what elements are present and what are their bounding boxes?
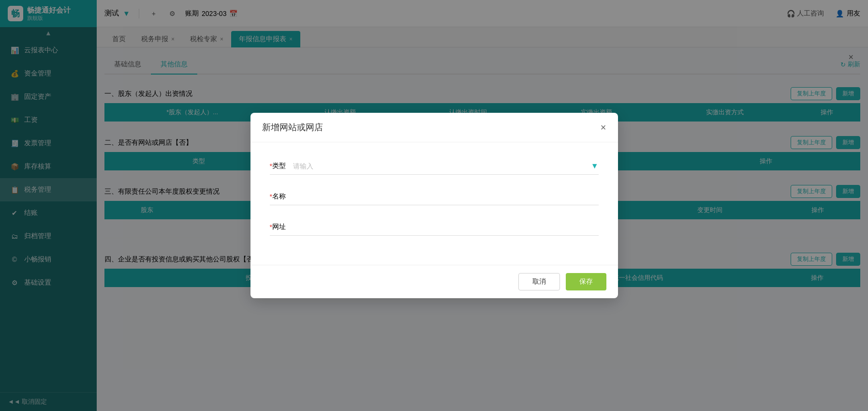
modal-close-button[interactable]: ×	[601, 122, 606, 132]
type-label: 类型	[272, 162, 286, 170]
save-button[interactable]: 保存	[566, 273, 606, 290]
type-input[interactable]	[293, 162, 591, 170]
url-input[interactable]	[293, 223, 599, 231]
cancel-button[interactable]: 取消	[518, 273, 560, 290]
type-dropdown-icon[interactable]: ▼	[591, 162, 599, 170]
form-row-url: * 网址	[270, 219, 599, 236]
type-input-wrap: * 类型 ▼	[270, 158, 599, 175]
url-label: 网址	[272, 223, 286, 231]
modal-footer: 取消 保存	[250, 265, 618, 298]
name-label: 名称	[272, 192, 286, 201]
form-row-type: * 类型 ▼	[270, 158, 599, 175]
modal-dialog: 新增网站或网店 × * 类型 ▼ * 名	[250, 113, 618, 298]
url-input-wrap: * 网址	[270, 219, 599, 236]
modal-title: 新增网站或网店	[262, 122, 323, 133]
modal-header: 新增网站或网店 ×	[250, 113, 618, 142]
modal-body: * 类型 ▼ * 名称	[250, 142, 618, 265]
name-input-wrap: * 名称	[270, 188, 599, 205]
form-row-name: * 名称	[270, 188, 599, 205]
name-input[interactable]	[293, 193, 599, 200]
modal-overlay[interactable]: 新增网站或网店 × * 类型 ▼ * 名	[0, 0, 868, 411]
